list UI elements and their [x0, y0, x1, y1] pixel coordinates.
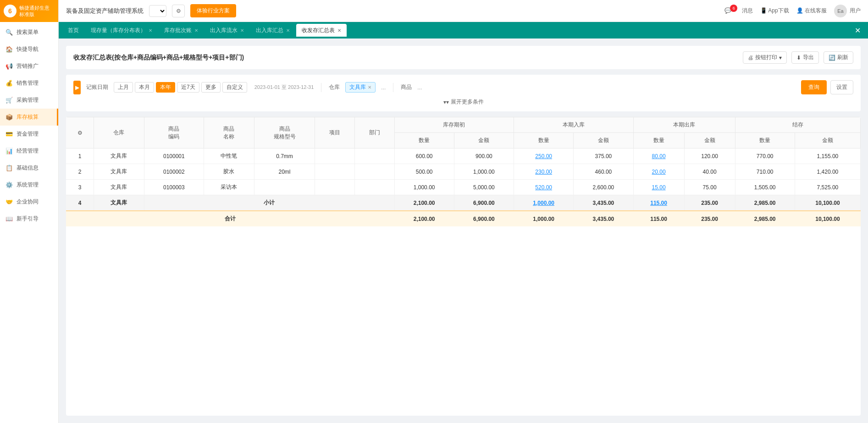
row-spec: 20ml	[254, 164, 315, 180]
table-header-row-1: ⚙ 仓库 商品编码 商品名称 商品规格型号 项目 部门 库存期初 本期入库 本期…	[66, 117, 861, 133]
row-out-qty[interactable]: 20.00	[633, 164, 684, 180]
sidebar-item-quick-nav[interactable]: 🏠快捷导航	[0, 41, 58, 58]
row-warehouse: 文具库	[94, 180, 144, 195]
row-in-qty[interactable]: 250.00	[514, 148, 574, 164]
sidebar-item-label: 企业协同	[17, 198, 39, 206]
sidebar-item-label: 销售管理	[17, 79, 39, 87]
filter-settings-button[interactable]: 设置	[830, 80, 853, 94]
row-bal-amt: 1,420.00	[795, 164, 860, 180]
row-in-qty[interactable]: 230.00	[514, 164, 574, 180]
user-section[interactable]: Ea 用户	[834, 5, 861, 17]
export-button[interactable]: ⬇ 导出	[791, 51, 819, 64]
sidebar-item-search[interactable]: 🔍搜索菜单	[0, 24, 58, 41]
row-init-qty: 1,000.00	[394, 180, 454, 195]
system-select[interactable]	[149, 5, 166, 17]
tab-inout-flow[interactable]: 出入库流水✕	[205, 24, 249, 37]
total-bal-qty: 2,985.00	[735, 211, 795, 226]
th-stock-out: 本期出库	[633, 117, 735, 133]
row-name: 胶水	[204, 164, 254, 180]
date-btn-更多[interactable]: 更多	[201, 82, 221, 93]
sidebar-item-inventory[interactable]: 📦库存核算	[0, 109, 58, 126]
product-more[interactable]: ...	[417, 84, 422, 91]
tab-close-recv-send[interactable]: ✕	[337, 28, 341, 33]
warehouse-tag-close[interactable]: ✕	[368, 85, 371, 90]
warehouse-tag[interactable]: 文具库 ✕	[345, 82, 376, 93]
sidebar-item-operations[interactable]: 📊经营管理	[0, 143, 58, 159]
th-init-amt: 金额	[454, 133, 514, 148]
tab-close-inventory-dist[interactable]: ✕	[149, 28, 152, 33]
date-btn-近7天[interactable]: 近7天	[177, 82, 199, 93]
sales-icon: 💰	[6, 80, 13, 87]
warehouse-more[interactable]: ...	[381, 84, 386, 91]
date-buttons: 上月本月本年近7天更多自定义	[114, 82, 247, 93]
row-out-qty[interactable]: 80.00	[633, 148, 684, 164]
sub-out-qty[interactable]: 115.00	[633, 195, 684, 211]
tab-inout-summary[interactable]: 出入库汇总✕	[250, 24, 295, 37]
date-btn-本月[interactable]: 本月	[135, 82, 154, 93]
app-download[interactable]: 📱 App下载	[760, 7, 789, 15]
experience-button[interactable]: 体验行业方案	[190, 4, 236, 17]
sidebar-item-system[interactable]: ⚙️系统管理	[0, 176, 58, 193]
tab-inventory-dist[interactable]: 现存量（库存分布表）✕	[85, 24, 158, 37]
query-button[interactable]: 查询	[801, 80, 827, 94]
sidebar-item-base-info[interactable]: 📋基础信息	[0, 159, 58, 176]
sidebar-item-cooperation[interactable]: 🤝企业协同	[0, 193, 58, 210]
tab-label-recv-send: 收发存汇总表	[302, 27, 335, 34]
tab-label-home: 首页	[68, 27, 79, 34]
row-out-amt: 40.00	[684, 164, 735, 180]
print-button[interactable]: 🖨 按钮打印 ▾	[743, 51, 787, 64]
sidebar-item-finance[interactable]: 💳资金管理	[0, 126, 58, 143]
tab-close-inout-summary[interactable]: ✕	[286, 28, 290, 33]
sidebar-item-guide[interactable]: 📖新手引导	[0, 210, 58, 227]
th-code: 商品编码	[144, 117, 204, 148]
quick-nav-icon: 🏠	[6, 46, 13, 53]
row-code: 0100002	[144, 164, 204, 180]
date-label: 记账日期	[86, 83, 108, 91]
sidebar-item-purchase[interactable]: 🛒采购管理	[0, 92, 58, 109]
tabbar-close[interactable]: ✕	[851, 26, 864, 35]
sidebar-item-sales[interactable]: 💰销售管理	[0, 75, 58, 92]
date-btn-本年[interactable]: 本年	[156, 82, 175, 93]
sidebar-item-label: 搜索菜单	[17, 28, 39, 36]
row-project	[315, 164, 355, 180]
row-bal-amt: 7,525.00	[795, 180, 860, 195]
sub-in-qty[interactable]: 1,000.00	[514, 195, 574, 211]
row-init-amt: 1,000.00	[454, 164, 514, 180]
settings-icon[interactable]: ⚙	[172, 5, 185, 17]
th-spec: 商品规格型号	[254, 117, 315, 148]
row-bal-qty: 770.00	[735, 148, 795, 164]
expand-button[interactable]: ▾▾ 展开更多条件	[443, 98, 484, 106]
total-in-amt: 3,435.00	[574, 211, 633, 226]
sidebar-item-label: 营销推广	[17, 62, 39, 70]
sidebar-item-label: 新手引导	[17, 215, 39, 223]
tab-close-inout-flow[interactable]: ✕	[240, 28, 244, 33]
tab-batch-account[interactable]: 库存批次账✕	[159, 24, 204, 37]
row-in-qty[interactable]: 520.00	[514, 180, 574, 195]
row-warehouse: 文具库	[94, 148, 144, 164]
row-dept	[354, 148, 394, 164]
sub-bal-qty: 2,985.00	[735, 195, 795, 211]
search-icon: 🔍	[6, 29, 13, 36]
total-init-amt: 6,900.00	[454, 211, 514, 226]
collapse-arrow: ▶	[75, 84, 79, 91]
row-out-amt: 120.00	[684, 148, 735, 164]
finance-icon: 💳	[6, 131, 13, 138]
refresh-button[interactable]: 🔄 刷新	[824, 51, 853, 64]
date-btn-自定义[interactable]: 自定义	[222, 82, 247, 93]
messages-section[interactable]: 💬 6 消息	[724, 7, 753, 15]
filter-collapse-btn[interactable]: ▶	[73, 81, 81, 94]
tab-close-batch-account[interactable]: ✕	[194, 28, 198, 33]
system-title: 装备及固定资产辅助管理系统	[66, 7, 144, 15]
row-project	[315, 148, 355, 164]
sidebar-nav: 🔍搜索菜单🏠快捷导航📢营销推广💰销售管理🛒采购管理📦库存核算💳资金管理📊经营管理…	[0, 22, 58, 423]
row-project	[315, 180, 355, 195]
date-btn-上月[interactable]: 上月	[114, 82, 133, 93]
sidebar-item-marketing[interactable]: 📢营销推广	[0, 58, 58, 75]
tab-home[interactable]: 首页	[62, 24, 84, 37]
online-service[interactable]: 👤 在线客服	[796, 7, 827, 15]
row-out-qty[interactable]: 15.00	[633, 180, 684, 195]
th-in-amt: 金额	[574, 133, 633, 148]
base-info-icon: 📋	[6, 165, 13, 172]
sub-out-amt: 235.00	[684, 195, 735, 211]
tab-recv-send[interactable]: 收发存汇总表✕	[296, 24, 347, 37]
